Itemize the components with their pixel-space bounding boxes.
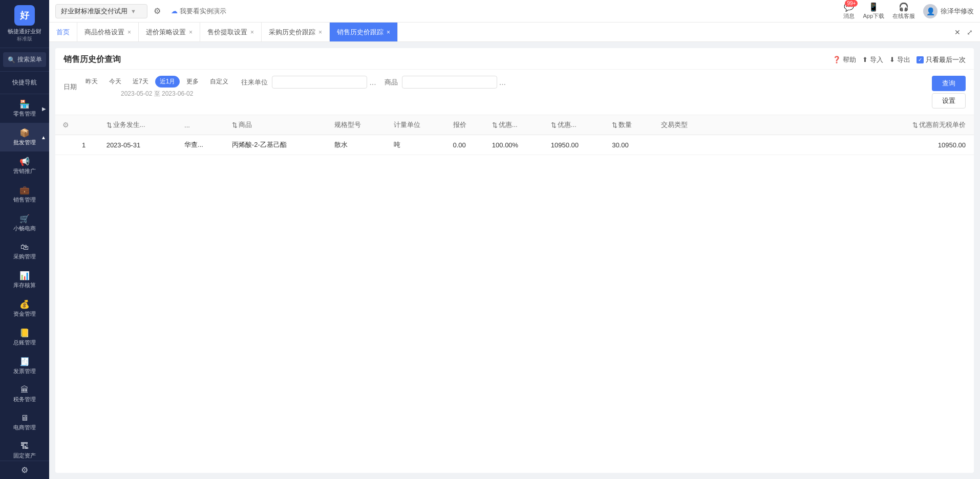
help-label: 帮助: [843, 55, 856, 64]
sort-icon[interactable]: ⇅: [492, 121, 498, 129]
date-btn-last7[interactable]: 近7天: [128, 76, 153, 88]
messages-button[interactable]: 💬 消息 99+: [843, 2, 855, 20]
sidebar-logo[interactable]: 好 畅捷通好业财 标准版: [0, 0, 49, 48]
row-pretax-cell: 10950.00: [870, 135, 974, 155]
sidebar-settings-button[interactable]: ⚙: [21, 465, 28, 475]
sidebar-item-label: 小畅电商: [13, 225, 36, 232]
sidebar-item-tax[interactable]: 🏛 税务管理: [0, 380, 49, 408]
ecommerce-icon: 🖥: [20, 413, 29, 423]
sidebar-item-retail[interactable]: 🏪 零售管理 ▶: [0, 94, 49, 123]
sidebar-item-ledger[interactable]: 📒 总账管理: [0, 323, 49, 352]
table-column-settings-button[interactable]: ⚙: [62, 121, 69, 129]
chevron-up-icon: ▲: [41, 135, 46, 140]
app-download-button[interactable]: 📱 App下载: [863, 2, 884, 20]
tab-purchase-history[interactable]: 采购历史价跟踪 ×: [262, 23, 330, 42]
sort-icon[interactable]: ⇅: [612, 121, 617, 129]
tab-sales-history[interactable]: 销售历史价跟踪 ×: [330, 23, 398, 42]
date-btn-more[interactable]: 更多: [182, 76, 203, 88]
date-btn-custom[interactable]: 自定义: [205, 76, 233, 88]
product-selector[interactable]: 好业财标准版交付试用 ▼: [55, 4, 147, 18]
product-input[interactable]: [402, 76, 497, 89]
invoice-icon: 🧾: [19, 357, 30, 366]
import-label: 导入: [870, 55, 883, 64]
sort-icon[interactable]: ⇅: [106, 121, 112, 129]
sidebar-item-label: 采购管理: [13, 253, 36, 260]
date-btn-today[interactable]: 今天: [104, 76, 126, 88]
topbar-settings-button[interactable]: ⚙: [152, 4, 163, 18]
import-button[interactable]: ⬆ 导入: [862, 55, 883, 64]
source-unit-input[interactable]: [272, 76, 367, 89]
col-more-header: ...: [178, 115, 226, 135]
tab-close-icon[interactable]: ×: [318, 29, 322, 36]
help-button[interactable]: ❓ 帮助: [833, 55, 856, 64]
ecommerce-small-icon: 🛒: [19, 214, 30, 224]
source-unit-dots-button[interactable]: ...: [369, 78, 376, 87]
import-icon: ⬆: [862, 56, 868, 63]
product-dots-button[interactable]: ...: [499, 78, 506, 87]
sort-icon[interactable]: ⇅: [551, 121, 557, 129]
sidebar-item-finance[interactable]: 💰 资金管理: [0, 294, 49, 323]
tab-close-icon[interactable]: ×: [189, 29, 193, 36]
online-service-button[interactable]: 🎧 在线客服: [892, 2, 915, 20]
settings-button[interactable]: 设置: [932, 93, 966, 108]
col-spec-label: 规格型号: [334, 120, 361, 129]
col-discount-val-label: 优惠...: [558, 120, 577, 129]
sidebar-item-label: 库存核算: [13, 281, 36, 289]
messages-badge: 99+: [845, 0, 858, 7]
export-icon: ⬇: [889, 56, 895, 63]
sidebar-item-label: 税务管理: [13, 396, 36, 403]
col-unit-label: 计量单位: [394, 120, 420, 129]
sidebar-item-sales[interactable]: 💼 销售管理: [0, 180, 49, 209]
sidebar-item-assets[interactable]: 🏗 固定资产: [0, 437, 49, 461]
wholesale-icon: 📦: [19, 128, 30, 138]
checkbox-checked-icon: ✓: [917, 56, 924, 63]
tab-price-extract[interactable]: 售价提取设置 ×: [200, 23, 262, 42]
sidebar-item-marketing[interactable]: 📢 营销推广: [0, 151, 49, 180]
table-area: ⚙ ⇅ 业务发生... ...: [55, 115, 974, 155]
col-unit-header: 计量单位: [388, 115, 447, 135]
col-pretax-header: ⇅ 优惠前无税单价: [870, 115, 974, 135]
user-profile-button[interactable]: 👤 徐泽华修改: [923, 4, 974, 18]
sidebar: 好 畅捷通好业财 标准版 🔍 搜索菜单 快捷导航 🏪 零售管理 ▶ 📦 批发管理…: [0, 0, 49, 479]
sidebar-search-button[interactable]: 🔍 搜索菜单: [3, 52, 46, 67]
export-button[interactable]: ⬇ 导出: [889, 55, 910, 64]
only-last-checkbox[interactable]: ✓ 只看最后一次: [917, 55, 966, 64]
date-btn-last1m[interactable]: 近1月: [155, 76, 180, 88]
tab-close-icon[interactable]: ×: [127, 29, 131, 36]
row-quote-cell: 0.00: [447, 135, 486, 155]
date-options-row: 昨天 今天 近7天 近1月 更多 自定义: [81, 76, 233, 88]
ledger-icon: 📒: [19, 328, 30, 338]
app-download-label: App下载: [863, 12, 884, 20]
sidebar-item-inventory[interactable]: 📊 库存核算: [0, 266, 49, 294]
sort-icon[interactable]: ⇅: [912, 121, 918, 129]
sidebar-item-wholesale[interactable]: 📦 批发管理 ▲: [0, 123, 49, 151]
tab-home[interactable]: 首页: [49, 23, 77, 42]
tab-maximize-button[interactable]: ⤢: [964, 26, 976, 38]
sidebar-item-purchase[interactable]: 🛍 采购管理: [0, 237, 49, 266]
finance-icon: 💰: [19, 299, 30, 309]
query-button[interactable]: 查询: [932, 76, 966, 91]
tab-close-icon[interactable]: ×: [387, 29, 390, 36]
logo-sub: 标准版: [17, 35, 32, 42]
user-name: 徐泽华修改: [941, 7, 974, 16]
col-trans-type-header: 交易类型: [655, 115, 714, 135]
demo-button[interactable]: ☁ 我要看实例演示: [171, 7, 226, 16]
tab-purchase-strategy[interactable]: 进价策略设置 ×: [139, 23, 200, 42]
tab-product-price[interactable]: 商品价格设置 ×: [77, 23, 139, 42]
sidebar-item-invoice[interactable]: 🧾 发票管理: [0, 352, 49, 380]
tab-close-window-button[interactable]: ✕: [951, 26, 964, 38]
sidebar-item-label: 批发管理: [13, 139, 36, 146]
sidebar-item-label: 固定资产: [13, 452, 36, 460]
sort-icon[interactable]: ⇅: [232, 121, 238, 129]
tab-bar: 首页 商品价格设置 × 进价策略设置 × 售价提取设置 × 采购历史价跟踪 × …: [49, 23, 980, 42]
row-spacer-cell: [714, 135, 870, 155]
col-discount-pct-label: 优惠...: [499, 120, 518, 129]
tabs-actions: ✕ ⤢: [951, 26, 980, 38]
tab-close-icon[interactable]: ×: [250, 29, 254, 36]
sidebar-item-ecommerce[interactable]: 🖥 电商管理: [0, 408, 49, 437]
date-btn-yesterday[interactable]: 昨天: [81, 76, 102, 88]
sidebar-item-ecommerce-small[interactable]: 🛒 小畅电商: [0, 209, 49, 237]
quick-nav-button[interactable]: 快捷导航: [0, 75, 49, 91]
col-discount-pct-header: ⇅ 优惠...: [486, 115, 545, 135]
search-icon: 🔍: [8, 56, 15, 63]
